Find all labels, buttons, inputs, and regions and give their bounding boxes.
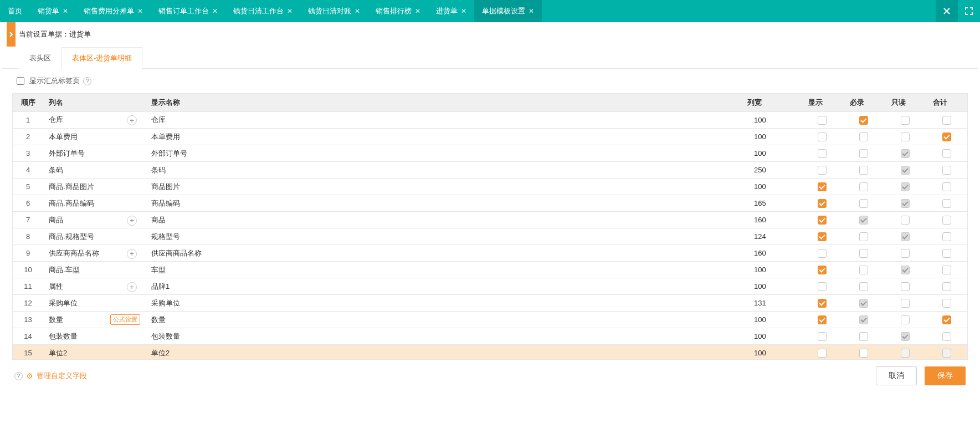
col-header-display[interactable]: 显示名称	[146, 94, 742, 111]
checkbox[interactable]	[859, 249, 868, 258]
app-tab[interactable]: 销售订单工作台✕	[151, 0, 225, 22]
close-icon[interactable]: ✕	[415, 7, 420, 15]
close-icon[interactable]: ✕	[137, 7, 143, 15]
checkbox[interactable]	[818, 182, 827, 191]
table-row[interactable]: 3外部订单号外部订单号100	[13, 145, 967, 162]
add-sub-column-button[interactable]: +	[127, 115, 137, 125]
section-tab[interactable]: 表头区	[19, 47, 61, 69]
cell-width[interactable]: 100	[748, 112, 801, 129]
checkbox[interactable]	[818, 332, 827, 341]
table-row[interactable]: 13数量公式设置数量100	[13, 312, 967, 328]
cell-width[interactable]: 160	[748, 245, 801, 262]
tabstrip-close-all-button[interactable]	[936, 0, 958, 22]
checkbox[interactable]	[818, 299, 827, 308]
checkbox[interactable]	[901, 116, 910, 125]
table-row[interactable]: 9供应商商品名称+供应商商品名称160	[13, 245, 967, 262]
col-header-width[interactable]: 列宽	[742, 94, 794, 111]
close-icon[interactable]: ✕	[355, 7, 360, 15]
cell-width[interactable]: 160	[748, 212, 801, 228]
cell-width[interactable]: 100	[748, 179, 801, 195]
cell-display-name[interactable]: 数量	[146, 312, 748, 328]
cell-display-name[interactable]: 规格型号	[146, 228, 748, 245]
checkbox[interactable]	[818, 216, 827, 225]
table-row[interactable]: 12采购单位采购单位131	[13, 295, 967, 312]
checkbox[interactable]	[942, 166, 951, 175]
table-row[interactable]: 2本单费用本单费用100	[13, 129, 967, 145]
checkbox[interactable]	[818, 282, 827, 291]
cell-width[interactable]: 100	[748, 345, 801, 360]
col-header-show[interactable]: 显示	[794, 94, 836, 111]
checkbox[interactable]	[818, 232, 827, 241]
checkbox[interactable]	[942, 133, 951, 141]
checkbox[interactable]	[818, 315, 827, 324]
table-row[interactable]: 7商品+商品160	[13, 212, 967, 228]
close-icon[interactable]: ✕	[287, 7, 293, 15]
cell-width[interactable]: 100	[748, 129, 801, 145]
cell-display-name[interactable]: 采购单位	[146, 295, 748, 312]
checkbox[interactable]	[942, 216, 951, 225]
app-tab[interactable]: 首页	[0, 0, 30, 22]
checkbox[interactable]	[818, 166, 827, 175]
cell-width[interactable]: 124	[748, 228, 801, 245]
col-header-total[interactable]: 合计	[919, 94, 961, 111]
manage-custom-fields-link[interactable]: ? ⚙ 管理自定义字段	[14, 371, 87, 381]
cell-width[interactable]: 165	[748, 195, 801, 212]
app-tab[interactable]: 销货单✕	[30, 0, 76, 22]
checkbox[interactable]	[942, 282, 951, 291]
checkbox[interactable]	[942, 249, 951, 258]
cell-display-name[interactable]: 外部订单号	[146, 145, 748, 162]
col-header-required[interactable]: 必录	[836, 94, 878, 111]
cell-display-name[interactable]: 商品图片	[146, 179, 748, 195]
checkbox[interactable]	[859, 332, 868, 341]
add-sub-column-button[interactable]: +	[127, 249, 137, 259]
cell-display-name[interactable]: 包装数量	[146, 328, 748, 345]
cell-width[interactable]: 100	[748, 312, 801, 328]
app-tab[interactable]: 钱货日清对账✕	[300, 0, 368, 22]
checkbox[interactable]	[859, 266, 868, 274]
checkbox[interactable]	[942, 116, 951, 125]
col-header-seq[interactable]: 顺序	[13, 94, 43, 111]
cell-width[interactable]: 100	[748, 262, 801, 278]
app-tab[interactable]: 钱货日清工作台✕	[225, 0, 300, 22]
app-tab[interactable]: 销售费用分摊单✕	[76, 0, 151, 22]
cell-width[interactable]: 250	[748, 162, 801, 179]
formula-settings-button[interactable]: 公式设置	[110, 314, 140, 325]
cell-width[interactable]: 131	[748, 295, 801, 312]
checkbox[interactable]	[859, 149, 868, 158]
add-sub-column-button[interactable]: +	[127, 282, 137, 292]
checkbox[interactable]	[818, 199, 827, 208]
table-row[interactable]: 15单位2单位2100	[13, 345, 967, 360]
cell-display-name[interactable]: 仓库	[146, 112, 748, 129]
cell-display-name[interactable]: 本单费用	[146, 129, 748, 145]
cell-display-name[interactable]: 品牌1	[146, 278, 748, 295]
table-row[interactable]: 1仓库+仓库100	[13, 112, 967, 129]
cell-display-name[interactable]: 商品	[146, 212, 748, 228]
table-row[interactable]: 4条码条码250	[13, 162, 967, 179]
checkbox[interactable]	[942, 182, 951, 191]
close-icon[interactable]: ✕	[461, 7, 466, 15]
app-tab[interactable]: 单据模板设置✕	[474, 0, 542, 22]
checkbox[interactable]	[818, 266, 827, 274]
checkbox[interactable]	[818, 133, 827, 141]
checkbox[interactable]	[859, 349, 868, 358]
checkbox[interactable]	[818, 349, 827, 358]
checkbox[interactable]	[942, 332, 951, 341]
cell-display-name[interactable]: 单位2	[146, 345, 748, 360]
close-icon[interactable]: ✕	[63, 7, 68, 15]
app-tab[interactable]: 销售排行榜✕	[368, 0, 428, 22]
checkbox[interactable]	[901, 299, 910, 308]
table-row[interactable]: 10商品.车型车型100	[13, 262, 967, 278]
checkbox[interactable]	[859, 166, 868, 175]
checkbox[interactable]	[942, 232, 951, 241]
cell-display-name[interactable]: 车型	[146, 262, 748, 278]
tabstrip-fullscreen-button[interactable]	[958, 0, 980, 22]
save-button[interactable]: 保存	[925, 366, 966, 385]
checkbox[interactable]	[859, 133, 868, 141]
checkbox[interactable]	[901, 315, 910, 324]
help-icon[interactable]: ?	[14, 372, 23, 380]
checkbox[interactable]	[901, 249, 910, 258]
cell-width[interactable]: 100	[748, 328, 801, 345]
cancel-button[interactable]: 取消	[876, 366, 917, 385]
checkbox[interactable]	[818, 149, 827, 158]
cell-display-name[interactable]: 条码	[146, 162, 748, 179]
